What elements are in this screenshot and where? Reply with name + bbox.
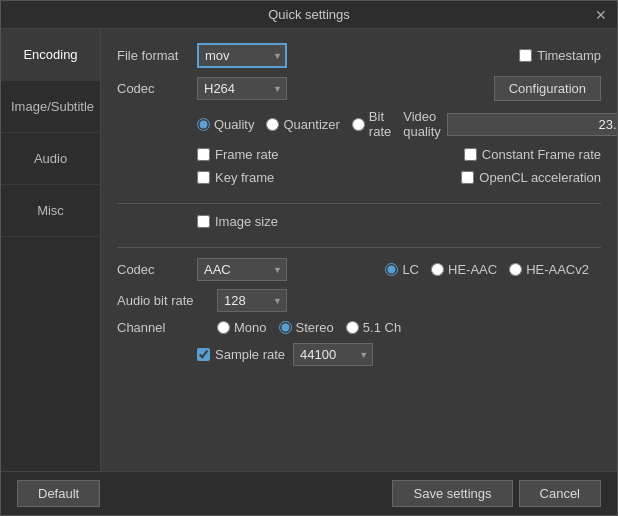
sample-rate-select-wrapper: 44100 <box>293 343 373 366</box>
frame-rate-checkbox-label[interactable]: Frame rate <box>197 147 279 162</box>
window-title: Quick settings <box>268 7 350 22</box>
audio-codec-label: Codec <box>117 262 197 277</box>
quality-radio-label[interactable]: Quality <box>197 117 254 132</box>
channel-label: Channel <box>117 320 217 335</box>
mono-radio-label[interactable]: Mono <box>217 320 267 335</box>
sidebar-item-encoding[interactable]: Encoding <box>1 29 100 81</box>
divider-1 <box>117 203 601 204</box>
footer-right-buttons: Save settings Cancel <box>392 480 601 507</box>
lc-radio[interactable] <box>385 263 398 276</box>
he-aac-radio-label[interactable]: HE-AAC <box>431 262 497 277</box>
file-format-label: File format <box>117 48 197 63</box>
sample-rate-checkbox[interactable] <box>197 348 210 361</box>
file-format-select-wrapper: mov <box>197 43 287 68</box>
quality-mode-row: Quality Quantizer Bit rate Video quality <box>117 109 601 139</box>
audio-bitrate-row: Audio bit rate 128 <box>117 289 601 312</box>
frame-rate-checkbox[interactable] <box>197 148 210 161</box>
image-size-row: Image size <box>117 214 601 229</box>
lc-radio-label[interactable]: LC <box>385 262 419 277</box>
configuration-button[interactable]: Configuration <box>494 76 601 101</box>
bitrate-radio[interactable] <box>352 118 365 131</box>
he-aacv2-radio[interactable] <box>509 263 522 276</box>
audio-bitrate-select-wrapper: 128 <box>217 289 287 312</box>
audio-bitrate-label: Audio bit rate <box>117 293 217 308</box>
sidebar-item-audio[interactable]: Audio <box>1 133 100 185</box>
image-size-checkbox[interactable] <box>197 215 210 228</box>
video-codec-select-wrapper: H264 <box>197 77 287 100</box>
key-frame-checkbox-label[interactable]: Key frame <box>197 170 274 185</box>
quantizer-radio[interactable] <box>266 118 279 131</box>
video-quality-spinner: ▲ ▼ <box>447 113 617 136</box>
channel-row: Channel Mono Stereo 5.1 Ch <box>117 320 601 335</box>
key-frame-row: Key frame OpenCL acceleration <box>117 170 601 185</box>
sidebar-item-image-subtitle[interactable]: Image/Subtitle <box>1 81 100 133</box>
opencl-checkbox-label[interactable]: OpenCL acceleration <box>461 170 601 185</box>
cancel-button[interactable]: Cancel <box>519 480 601 507</box>
sidebar-item-misc[interactable]: Misc <box>1 185 100 237</box>
video-codec-select[interactable]: H264 <box>197 77 287 100</box>
ch51-radio-label[interactable]: 5.1 Ch <box>346 320 401 335</box>
file-format-select[interactable]: mov <box>197 43 287 68</box>
sample-rate-select[interactable]: 44100 <box>293 343 373 366</box>
timestamp-checkbox-label[interactable]: Timestamp <box>519 48 601 63</box>
sample-rate-row: Sample rate 44100 <box>117 343 601 366</box>
title-bar: Quick settings ✕ <box>1 1 617 29</box>
frame-rate-row: Frame rate Constant Frame rate <box>117 147 601 162</box>
save-settings-button[interactable]: Save settings <box>392 480 512 507</box>
stereo-radio-label[interactable]: Stereo <box>279 320 334 335</box>
audio-codec-select-wrapper: AAC <box>197 258 287 281</box>
video-codec-row: Codec H264 Configuration <box>117 76 601 101</box>
constant-frame-rate-checkbox-label[interactable]: Constant Frame rate <box>464 147 601 162</box>
key-frame-checkbox[interactable] <box>197 171 210 184</box>
main-content: File format mov Timestamp Codec H264 <box>101 29 617 471</box>
close-button[interactable]: ✕ <box>595 7 607 23</box>
video-quality-row: Video quality ▲ ▼ <box>403 109 617 139</box>
default-button[interactable]: Default <box>17 480 100 507</box>
file-format-row: File format mov Timestamp <box>117 43 601 68</box>
stereo-radio[interactable] <box>279 321 292 334</box>
sidebar: Encoding Image/Subtitle Audio Misc <box>1 29 101 471</box>
he-aac-radio[interactable] <box>431 263 444 276</box>
divider-2 <box>117 247 601 248</box>
sample-rate-checkbox-label[interactable]: Sample rate <box>197 347 285 362</box>
video-quality-input[interactable] <box>448 114 617 135</box>
ch51-radio[interactable] <box>346 321 359 334</box>
image-size-checkbox-label[interactable]: Image size <box>197 214 278 229</box>
video-quality-label: Video quality <box>403 109 441 139</box>
video-codec-label: Codec <box>117 81 197 96</box>
bitrate-radio-label[interactable]: Bit rate <box>352 109 391 139</box>
audio-codec-row: Codec AAC LC HE-AAC HE-AACv2 <box>117 258 601 281</box>
mono-radio[interactable] <box>217 321 230 334</box>
quality-radio[interactable] <box>197 118 210 131</box>
constant-frame-rate-checkbox[interactable] <box>464 148 477 161</box>
audio-codec-select[interactable]: AAC <box>197 258 287 281</box>
timestamp-checkbox[interactable] <box>519 49 532 62</box>
quick-settings-window: Quick settings ✕ Encoding Image/Subtitle… <box>0 0 618 516</box>
quantizer-radio-label[interactable]: Quantizer <box>266 117 339 132</box>
he-aacv2-radio-label[interactable]: HE-AACv2 <box>509 262 589 277</box>
audio-bitrate-select[interactable]: 128 <box>217 289 287 312</box>
footer: Default Save settings Cancel <box>1 471 617 515</box>
content-area: Encoding Image/Subtitle Audio Misc File … <box>1 29 617 471</box>
opencl-checkbox[interactable] <box>461 171 474 184</box>
